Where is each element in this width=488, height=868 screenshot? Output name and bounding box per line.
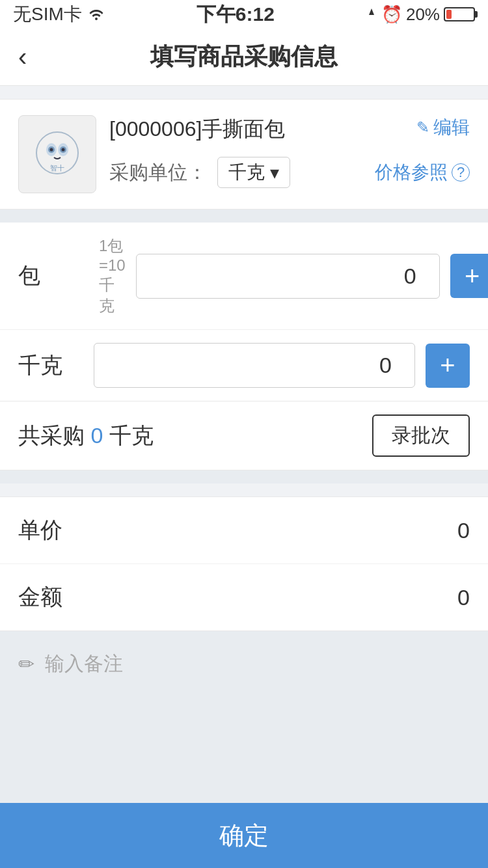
pencil-icon: ✏ <box>18 653 34 675</box>
chevron-down-icon: ▾ <box>270 162 279 183</box>
back-button[interactable]: ‹ <box>18 42 27 72</box>
edit-icon: ✎ <box>416 118 429 137</box>
svg-point-6 <box>62 148 65 151</box>
edit-button[interactable]: ✎ 编辑 <box>416 115 470 140</box>
product-name: [0000006]手撕面包 <box>109 115 285 144</box>
carrier-text: 无SIM卡 <box>13 2 82 27</box>
svg-text:智十: 智十 <box>50 164 64 172</box>
batch-button[interactable]: 录批次 <box>372 414 470 457</box>
confirm-button[interactable]: 确定 <box>0 803 488 868</box>
summary-amount: 0 <box>90 423 103 448</box>
wifi-icon <box>87 4 105 25</box>
nav-bar: ‹ 填写商品采购信息 <box>0 29 488 86</box>
kg-plus-button[interactable]: + <box>426 344 470 388</box>
help-icon: ? <box>452 163 470 182</box>
unit-price-row: 单价 0 <box>0 497 488 564</box>
svg-point-5 <box>50 148 53 151</box>
separator-1 <box>0 210 488 223</box>
unit-price-value: 0 <box>457 518 470 543</box>
unit-row: 采购单位： 千克 ▾ 价格参照 ? <box>109 157 470 188</box>
bag-plus-button[interactable]: + <box>450 254 488 298</box>
amount-label: 金额 <box>18 582 62 612</box>
bag-input-row: 包 1包=10千克 + <box>0 223 488 330</box>
location-icon <box>366 5 377 25</box>
status-right: ⏰ 20% <box>366 5 475 25</box>
product-card: 智十 [0000006]手撕面包 ✎ 编辑 采购单位： 千克 ▾ 价格参照 <box>0 99 488 210</box>
summary-row: 共采购 0 千克 录批次 <box>0 401 488 470</box>
amount-value: 0 <box>457 585 470 610</box>
product-info: [0000006]手撕面包 ✎ 编辑 采购单位： 千克 ▾ 价格参照 ? <box>109 115 470 188</box>
note-placeholder: 输入备注 <box>45 651 123 677</box>
status-time: 下午6:12 <box>197 1 275 28</box>
unit-select[interactable]: 千克 ▾ <box>217 157 290 188</box>
bag-input[interactable] <box>136 254 440 299</box>
amount-row: 金额 0 <box>0 564 488 631</box>
separator-2 <box>0 470 488 483</box>
price-section: 单价 0 金额 0 <box>0 496 488 631</box>
kg-label: 千克 <box>18 351 83 381</box>
battery-icon <box>444 7 475 21</box>
page-title: 填写商品采购信息 <box>150 41 338 73</box>
kg-input-row: 千克 + <box>0 330 488 401</box>
unit-label: 采购单位： <box>109 159 207 186</box>
kg-input[interactable] <box>94 343 415 388</box>
bag-label: 包 <box>18 261 83 291</box>
product-logo: 智十 <box>34 130 80 179</box>
bag-sublabel: 1包=10千克 <box>99 236 126 316</box>
price-ref-button[interactable]: 价格参照 ? <box>375 160 470 185</box>
product-thumbnail: 智十 <box>18 115 96 193</box>
status-left: 无SIM卡 <box>13 2 105 27</box>
summary-text: 共采购 0 千克 <box>18 421 154 451</box>
alarm-icon: ⏰ <box>381 5 402 25</box>
summary-section: 共采购 0 千克 录批次 <box>0 401 488 470</box>
status-bar: 无SIM卡 下午6:12 ⏰ 20% <box>0 0 488 29</box>
note-section[interactable]: ✏ 输入备注 <box>0 631 488 696</box>
input-section: 包 1包=10千克 + 千克 + <box>0 223 488 401</box>
product-name-row: [0000006]手撕面包 ✎ 编辑 <box>109 115 470 144</box>
unit-price-label: 单价 <box>18 515 62 545</box>
battery-percent: 20% <box>406 5 440 25</box>
